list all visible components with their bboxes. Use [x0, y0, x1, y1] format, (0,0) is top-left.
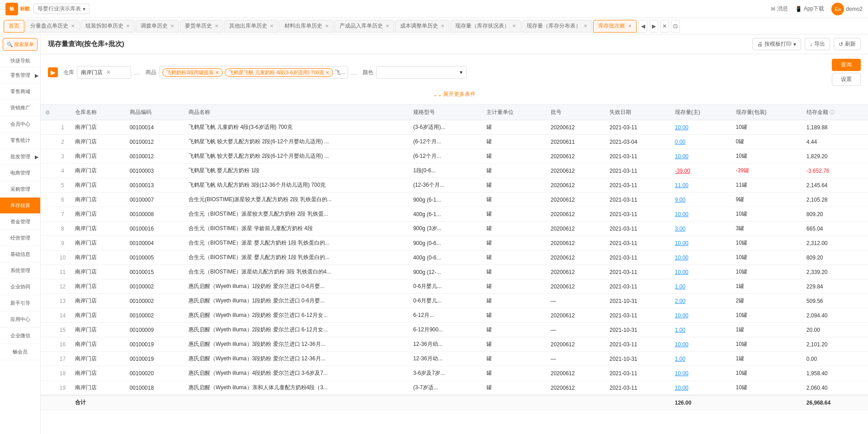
color-input[interactable]: ▾ [376, 66, 467, 79]
cell-unit: 罐 [482, 207, 546, 222]
prev-tab-btn[interactable]: ◀ [638, 20, 647, 33]
tab-close-stock_status[interactable]: ✕ [512, 24, 516, 28]
cell-stock-main[interactable]: 3.00 [670, 222, 731, 236]
sidebar-item-ecommerce[interactable]: 电商管理 [0, 165, 40, 181]
search-menu-button[interactable]: 🔍 搜索菜单 [3, 38, 38, 51]
query-button[interactable]: 查询 [832, 59, 861, 71]
product-tag-1[interactable]: 飞鹤奶粉3段丙罐提装 ✕ [162, 68, 223, 77]
warehouse-input[interactable]: 南岸门店 ✕ [77, 66, 131, 79]
cell-stock-main[interactable]: 1.00 [670, 323, 731, 337]
cell-warehouse: 南岸门店 [71, 308, 125, 323]
tab-close-demand[interactable]: ✕ [215, 24, 218, 28]
tab-material_out[interactable]: 材料出库单历史✕ [279, 20, 334, 33]
tab-stock_status[interactable]: 现存量（库存状况表）✕ [450, 20, 521, 33]
export-button[interactable]: ↓ 导出 [805, 38, 830, 50]
sidebar-item-inventory[interactable]: 库存核算 [0, 198, 40, 214]
cell-product-code: 00100014 [125, 120, 184, 135]
cell-stock-main[interactable]: 10.00 [670, 236, 731, 250]
refresh-button[interactable]: ↺ 刷新 [834, 38, 861, 50]
sidebar-item-operation[interactable]: 经营管理 [0, 230, 40, 246]
tab-stock_dist[interactable]: 现存量（库存分布表）✕ [522, 20, 592, 33]
messages-button[interactable]: ✉ 消息 [771, 5, 788, 13]
cell-stock-main[interactable]: 10.00 [670, 308, 731, 323]
setting-button[interactable]: 设置 [832, 73, 861, 86]
tab-close-material_out[interactable]: ✕ [325, 24, 329, 28]
closing-amount-info-icon[interactable]: ⓘ [830, 109, 835, 115]
table-row: 3 南岸门店 00100012 飞鹤星飞帆 较大婴儿配方奶粉 2段(6-12个月… [41, 149, 868, 164]
app-download-button[interactable]: 📱 App下载 [795, 5, 824, 13]
cell-warehouse: 南岸门店 [71, 279, 125, 294]
product-tag-2[interactable]: 飞鹤星飞帆 儿童奶粉 4段(3-6岁适用) 700克 ✕ [225, 68, 333, 77]
sidebar-item-guide[interactable]: 新手引导 [0, 295, 40, 311]
tab-mix[interactable]: 调拨单历史✕ [136, 20, 179, 33]
tab-home[interactable]: 首页 [4, 20, 24, 33]
cell-closing-amount: 20.00 [802, 323, 868, 337]
product-tag-2-close[interactable]: ✕ [326, 70, 329, 75]
tab-close-split[interactable]: ✕ [71, 24, 75, 28]
cell-stock-main[interactable]: 9.00 [670, 193, 731, 207]
cell-stock-main[interactable]: 10.00 [670, 337, 731, 352]
tab-product_in[interactable]: 产成品入库单历史✕ [335, 20, 394, 33]
cell-warehouse: 南岸门店 [71, 193, 125, 207]
cell-product-name: 合生元（BIOSTIME）派星 婴儿配方奶粉 1段 乳铁蛋白的... [184, 250, 409, 265]
tab-stock_batch[interactable]: 库存批次账✕ [593, 20, 637, 33]
cell-stock-main[interactable]: 11.00 [670, 178, 731, 193]
cell-stock-main[interactable]: 10.00 [670, 149, 731, 164]
cell-stock-main[interactable]: 1.00 [670, 352, 731, 366]
sidebar-item-purchase[interactable]: 采购管理 [0, 181, 40, 198]
sidebar-item-retail_mall[interactable]: 零售商城 [0, 84, 40, 100]
tab-split[interactable]: 分量盘点单历史✕ [25, 20, 80, 33]
sidebar-item-marketing[interactable]: 营销推广 [0, 100, 40, 116]
sidebar-item-wholesale[interactable]: 批发管理▶ [0, 149, 40, 165]
cell-stock-main[interactable]: 2.00 [670, 294, 731, 308]
cell-product-name: 惠氏启醒（Wyeth illuma）1段奶粉 爱尔兰进口 0-6月婴... [184, 279, 409, 294]
sidebar-item-vip[interactable]: 畅会员 [0, 344, 40, 360]
tab-close-stock_dist[interactable]: ✕ [584, 24, 587, 28]
product-tag-1-label: 飞鹤奶粉3段丙罐提装 [166, 69, 214, 76]
tab-demand[interactable]: 要货单历史✕ [180, 20, 223, 33]
cell-stock-main[interactable]: 0.00 [670, 135, 731, 149]
tab-close-product_in[interactable]: ✕ [386, 24, 389, 28]
cell-stock-main[interactable]: 10.00 [670, 250, 731, 265]
close-tab-btn[interactable]: ✕ [660, 20, 669, 33]
cell-stock-main[interactable]: 10.00 [670, 207, 731, 222]
sidebar-item-enterprise[interactable]: 企业协同 [0, 279, 40, 295]
tab-close-cost_adjust[interactable]: ✕ [441, 24, 444, 28]
cell-stock-main[interactable]: 10.00 [670, 120, 731, 135]
close-icon[interactable]: ✕ [106, 69, 111, 75]
org-selector[interactable]: 母婴行业演示库表 ▾ [33, 4, 90, 14]
tab-close-disassemble[interactable]: ✕ [126, 24, 130, 28]
column-settings-icon[interactable]: ⚙ [45, 109, 50, 116]
tab-close-other_out[interactable]: ✕ [270, 24, 274, 28]
expand-tab-btn[interactable]: ⊡ [671, 20, 680, 33]
filter-toggle-arrow[interactable]: ▶ [48, 67, 58, 77]
next-tab-btn[interactable]: ▶ [649, 20, 658, 33]
expand-filter-button[interactable]: ⌄⌄ 展开更多条件 [429, 89, 479, 100]
cell-stock-main[interactable]: 1.00 [670, 279, 731, 294]
quick-nav-button[interactable]: 快捷导航 [0, 55, 40, 67]
tab-disassemble[interactable]: 组装拆卸单历史✕ [80, 20, 135, 33]
sidebar-item-member[interactable]: 会员中心 [0, 116, 40, 132]
sidebar-item-wechat[interactable]: 企业微信 [0, 328, 40, 344]
template-print-button[interactable]: 🖨 按模板打印 ▾ [752, 38, 801, 50]
product-more-icon[interactable]: … [351, 69, 357, 76]
sidebar-item-finance[interactable]: 资金管理 [0, 214, 40, 230]
warehouse-more-icon[interactable]: … [134, 69, 140, 76]
cell-stock-main[interactable]: 10.00 [670, 366, 731, 381]
cell-stock-main[interactable]: 10.00 [670, 381, 731, 396]
user-area[interactable]: Ea demo2 [831, 3, 863, 15]
product-tag-1-close[interactable]: ✕ [215, 70, 219, 75]
tab-cost_adjust[interactable]: 成本调整单历史✕ [395, 20, 449, 33]
sidebar-item-system[interactable]: 系统管理 [0, 263, 40, 279]
sidebar-item-basic[interactable]: 基础信息 [0, 246, 40, 263]
tab-other_out[interactable]: 其他出库单历史✕ [224, 20, 278, 33]
sidebar-item-retail[interactable]: 零售管理▶ [0, 67, 40, 84]
product-input[interactable]: 飞鹤奶粉3段丙罐提装 ✕ 飞鹤星飞帆 儿童奶粉 4段(3-6岁适用) 700克 … [159, 66, 348, 79]
sidebar-item-retail_stat[interactable]: 零售统计 [0, 132, 40, 149]
cell-stock-main[interactable]: -39.00 [670, 164, 731, 178]
cell-expiry: 2021-03-11 [605, 366, 670, 381]
sidebar-item-app_center[interactable]: 应用中心 [0, 311, 40, 328]
cell-stock-main[interactable]: 10.00 [670, 265, 731, 279]
tab-close-mix[interactable]: ✕ [170, 24, 174, 28]
tab-close-stock_batch[interactable]: ✕ [628, 24, 632, 28]
